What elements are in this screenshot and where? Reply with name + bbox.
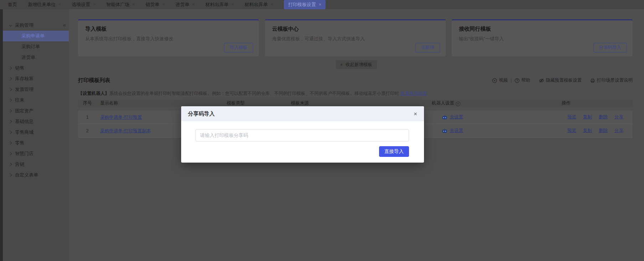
share-code-input[interactable]	[195, 129, 409, 142]
robot-setup-tip: 【设置机器人】系统会按您设置的在单据打印时智能适配打印模板。例如：您可以配置不同…	[78, 91, 633, 97]
card-description: 从本系统导出打印模板，直接导入快速修改	[85, 36, 252, 42]
tab-close-icon[interactable]: ×	[319, 2, 321, 7]
direct-import-button[interactable]: 直接导入	[379, 146, 409, 157]
hide-preset-templates-link[interactable]: 隐藏预置模板设置	[539, 77, 582, 83]
col-template-source: 模板来源	[275, 100, 325, 106]
app-window: 首页 新增往来单位 × 选项设置 × 智能体广场 × 销货单 × 进货单 × 材…	[0, 0, 644, 261]
template-name-link[interactable]: 采购申请单-打印预置副本	[100, 128, 151, 133]
chevron-right-icon	[9, 152, 12, 155]
chevron-up-icon: «	[339, 63, 344, 66]
tab-close-icon[interactable]: ×	[58, 2, 61, 7]
sidebar-group-label: 自定义表单	[15, 172, 38, 178]
sidebar-item-purchase-request[interactable]: 采购申请单	[3, 31, 69, 41]
template-name-link[interactable]: 采购申请单-打印预置	[100, 115, 142, 120]
tab-sales-order[interactable]: 销货单 ×	[145, 1, 165, 8]
card-import-template: 导入模板 从本系统导出打印模板，直接导入快速修改 导入模板	[78, 19, 259, 56]
eye-slash-icon	[539, 78, 544, 83]
tab-close-icon[interactable]: ×	[132, 2, 135, 7]
tab-home[interactable]: 首页	[8, 1, 17, 8]
tab-close-icon[interactable]: ×	[231, 2, 234, 7]
chevron-right-icon	[9, 67, 12, 70]
col-index: 序号	[78, 100, 97, 106]
print-scene-help-link[interactable]: 打印场景设置说明	[590, 77, 633, 83]
close-icon[interactable]: ×	[414, 111, 417, 117]
delete-link[interactable]: 删除	[599, 128, 608, 134]
template-cards-row: 导入模板 从本系统导出打印模板，直接导入快速修改 导入模板 云模板中心 海量优质…	[78, 19, 633, 56]
preview-link[interactable]: 预览	[567, 128, 576, 134]
sidebar-group-label: 销售	[15, 65, 24, 71]
tab-label: 新增往来单位	[28, 1, 56, 8]
chevron-right-icon	[9, 131, 12, 134]
tab-label: 打印模板设置	[288, 1, 316, 8]
sidebar-group-label: 零售商城	[15, 129, 34, 135]
chevron-right-icon	[9, 120, 12, 123]
col-display-name: 显示名称	[97, 100, 196, 106]
collapse-new-template-button[interactable]: « 收起新增模板	[336, 60, 377, 69]
col-robot-label: 机器人设置	[432, 101, 454, 106]
tab-new-partner[interactable]: 新增往来单位 ×	[28, 1, 61, 8]
sidebar-group-sales[interactable]: 销售	[3, 63, 69, 73]
question-circle-icon[interactable]: ?	[456, 102, 460, 106]
tab-close-icon[interactable]: ×	[271, 2, 273, 7]
row-index: 2	[78, 128, 97, 133]
col-template-type: 模板类型	[196, 100, 275, 106]
row-index: 1	[78, 115, 97, 120]
tab-options[interactable]: 选项设置 ×	[72, 1, 96, 8]
share-link[interactable]: 分享	[614, 128, 623, 134]
print-template-list-title: 打印模板列表	[78, 77, 110, 84]
tab-agent-plaza[interactable]: 智能体广场 ×	[106, 1, 135, 8]
tab-close-icon[interactable]: ×	[192, 2, 195, 7]
sidebar-item-label: 采购申请单	[21, 33, 45, 39]
sidebar-collapse-icon[interactable]: «	[63, 22, 66, 27]
tab-print-template-settings[interactable]: 打印模板设置 ×	[284, 0, 326, 9]
tab-close-icon[interactable]: ×	[93, 2, 96, 7]
sidebar-group-invoice-management[interactable]: 发票管理	[3, 84, 69, 95]
row-robot-cell: 去设置	[428, 128, 500, 134]
sidebar-group-retail-mall[interactable]: 零售商城	[3, 127, 69, 138]
tab-label: 材料出库单	[205, 1, 229, 8]
print-scene-help-label: 打印场景设置说明	[597, 77, 633, 83]
sidebar-group-inventory-accounting[interactable]: 库存核算	[3, 73, 69, 84]
sidebar-item-goods-receipt[interactable]: 进货单	[3, 52, 69, 63]
go-setup-link[interactable]: 去设置	[450, 128, 463, 134]
tab-purchase-in[interactable]: 进货单 ×	[175, 1, 195, 8]
delete-link[interactable]: 删除	[599, 114, 608, 120]
sidebar-group-label: 库存核算	[15, 76, 34, 82]
sidebar-group-custom-forms[interactable]: 自定义表单	[3, 170, 69, 180]
go-add-button[interactable]: 去新增	[415, 43, 440, 52]
card-title: 导入模板	[85, 26, 252, 32]
preview-link[interactable]: 预览	[567, 114, 576, 120]
tab-material-out-1[interactable]: 材料出库单 ×	[205, 1, 234, 8]
help-tool-group: 视频 帮助	[492, 77, 530, 83]
sidebar-group-smart-store[interactable]: 智慧门店	[3, 148, 69, 159]
help-link[interactable]: 帮助	[515, 77, 530, 83]
sidebar-group-label: 基础信息	[15, 118, 34, 125]
chevron-right-icon	[9, 109, 12, 112]
sidebar-group-marketing[interactable]: 营销	[3, 159, 69, 170]
play-circle-icon	[492, 78, 497, 83]
hide-preset-label: 隐藏预置模板设置	[546, 77, 582, 83]
sidebar-item-label: 采购订单	[21, 44, 40, 50]
sidebar-group-label: 营销	[15, 161, 24, 168]
tab-close-icon[interactable]: ×	[162, 2, 165, 7]
go-setup-link[interactable]: 去设置	[450, 114, 463, 120]
copy-link[interactable]: 复制	[583, 128, 592, 134]
sidebar-group-fixed-assets[interactable]: 固定资产	[3, 106, 69, 116]
sidebar-group-retail[interactable]: 零售	[3, 138, 69, 148]
share-link[interactable]: 分享	[614, 114, 623, 120]
share-code-import-button[interactable]: 分享码导入	[593, 43, 627, 52]
copy-link[interactable]: 复制	[583, 114, 592, 120]
recommended-models-link[interactable]: 查看推荐机型	[400, 91, 427, 96]
sidebar-group-partners[interactable]: 往来	[3, 95, 69, 106]
sidebar-item-purchase-order[interactable]: 采购订单	[3, 41, 69, 52]
sidebar-group-basic-info[interactable]: 基础信息	[3, 116, 69, 127]
sidebar-group-purchase-management[interactable]: 采购管理	[3, 20, 69, 31]
import-template-button[interactable]: 导入模板	[224, 43, 253, 52]
card-description: 输出“收接码”一键导入	[459, 36, 625, 42]
chevron-down-icon	[9, 24, 12, 26]
tab-material-out-2[interactable]: 材料出库单 ×	[245, 1, 273, 8]
card-title: 接收同行模板	[459, 26, 625, 32]
video-link[interactable]: 视频	[492, 77, 508, 83]
help-label: 帮助	[521, 77, 530, 83]
sidebar-group-label: 发票管理	[15, 86, 34, 93]
